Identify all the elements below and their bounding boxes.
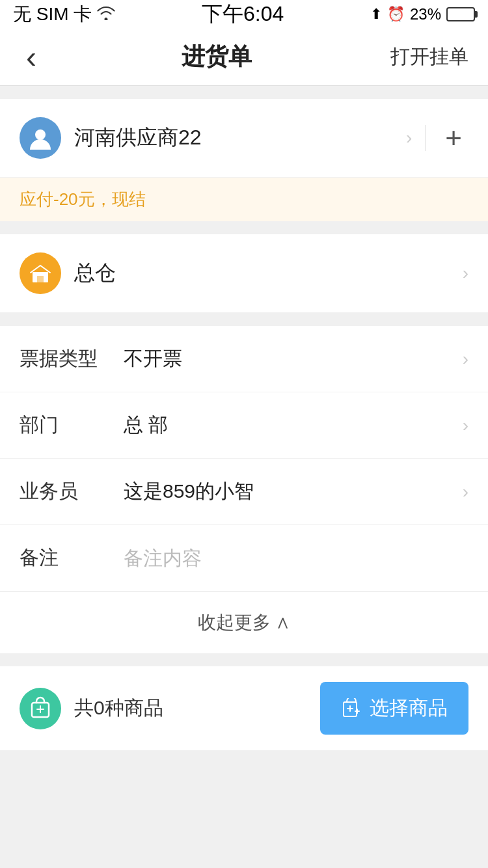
bottom-divider [0,653,488,666]
supplier-divider [425,125,426,151]
warehouse-divider [0,221,488,234]
warehouse-chevron-icon: › [463,263,468,284]
warehouse-name: 总仓 [74,259,456,288]
invoice-chevron-icon: › [463,349,468,370]
carrier-label: 无 SIM 卡 [13,2,92,27]
supplier-chevron-icon: › [406,128,412,148]
gray-fill-area [0,750,488,868]
supplier-add-button[interactable]: + [439,122,468,154]
invoice-value: 不开票 [98,346,456,372]
battery-pct: 23% [410,5,441,23]
back-button[interactable]: ‹ [20,33,43,81]
supplier-avatar [20,117,61,159]
sales-value: 这是859的小智 [98,478,456,505]
form-row-invoice[interactable]: 票据类型 不开票 › [0,326,488,392]
warehouse-icon [20,252,61,294]
warehouse-section: 总仓 › [0,234,488,313]
form-row-sales[interactable]: 业务员 这是859的小智 › [0,459,488,525]
form-row-remark[interactable]: 备注 [0,525,488,591]
nav-bar: ‹ 进货单 打开挂单 [0,29,488,86]
product-icon [20,688,61,729]
select-products-label: 选择商品 [370,695,448,722]
product-count: 共0种商品 [74,695,320,722]
alarm-icon: ⏰ [387,6,405,23]
notice-text: 应付-20元，现结 [20,189,146,209]
battery-icon [446,7,475,21]
page-title: 进货单 [182,41,252,73]
status-right: ⬆ ⏰ 23% [370,5,475,23]
svg-rect-3 [37,276,44,282]
select-products-button[interactable]: 选择商品 [320,682,468,735]
supplier-section: 河南供应商22 › + 应付-20元，现结 [0,99,488,221]
remark-input[interactable] [98,547,468,569]
remark-label: 备注 [20,545,98,571]
dept-label: 部门 [20,412,98,439]
form-row-dept[interactable]: 部门 总 部 › [0,392,488,459]
supplier-name: 河南供应商22 [74,124,400,152]
supplier-row[interactable]: 河南供应商22 › + [0,99,488,178]
collapse-label: 收起更多 ∧ [198,612,291,632]
dept-chevron-icon: › [463,415,468,436]
product-bar: 共0种商品 选择商品 [0,666,488,750]
time-label: 下午6:04 [202,0,284,29]
status-bar: 无 SIM 卡 下午6:04 ⬆ ⏰ 23% [0,0,488,29]
open-pending-button[interactable]: 打开挂单 [390,44,468,70]
collapse-button[interactable]: 收起更多 ∧ [0,591,488,653]
top-divider [0,86,488,99]
invoice-label: 票据类型 [20,346,98,372]
sales-label: 业务员 [20,478,98,505]
status-left: 无 SIM 卡 [13,2,115,27]
location-icon: ⬆ [370,6,382,23]
form-section: 票据类型 不开票 › 部门 总 部 › 业务员 这是859的小智 › 备注 [0,326,488,591]
svg-point-0 [35,129,46,140]
dept-value: 总 部 [98,412,456,439]
wifi-icon [97,4,115,25]
notice-bar: 应付-20元，现结 [0,178,488,221]
warehouse-row[interactable]: 总仓 › [0,234,488,313]
sales-chevron-icon: › [463,481,468,502]
